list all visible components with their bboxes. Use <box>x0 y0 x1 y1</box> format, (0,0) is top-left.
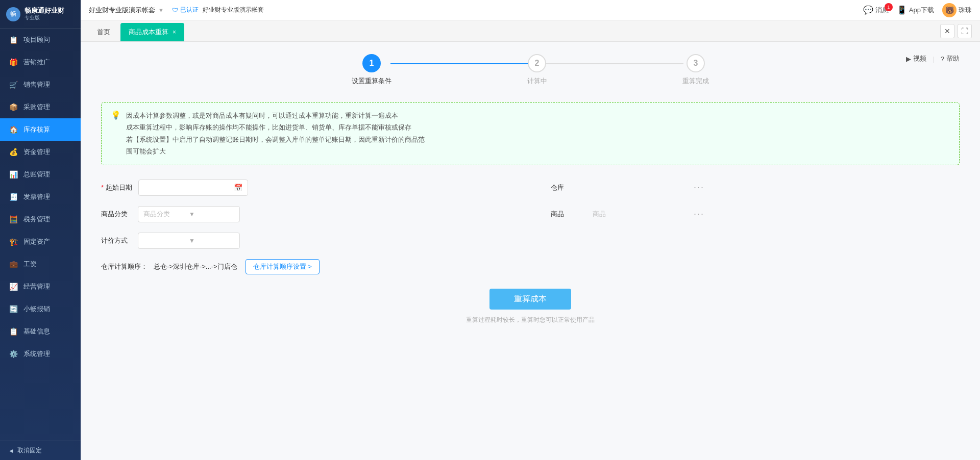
content-scroll: 1 设置重算条件 2 计算中 <box>81 42 980 460</box>
user-name: 珠珠 <box>959 6 972 15</box>
sidebar-item-marketing[interactable]: 🎁 营销推广 <box>0 51 81 73</box>
sidebar-item-basic[interactable]: 📋 基础信息 <box>0 320 81 343</box>
goods-placeholder: 商品 <box>593 210 606 219</box>
step-3: 3 重算完成 <box>682 54 709 86</box>
category-select[interactable]: 商品分类 ▼ <box>138 206 240 222</box>
message-badge: 1 <box>885 3 893 11</box>
app-download-label: App下载 <box>909 6 934 15</box>
tab-home-label: 首页 <box>97 28 110 37</box>
recalc-note-text: 重算过程耗时较长，重算时您可以正常使用产品 <box>466 316 595 323</box>
form-row-2: 商品分类 商品分类 ▼ 商品 商品 ··· <box>101 206 960 222</box>
start-date-input[interactable]: 2022-07-01 <box>144 184 230 191</box>
video-help-links: ▶ 视频 | ? 帮助 <box>906 54 960 63</box>
video-icon: ▶ <box>906 55 911 63</box>
sidebar-item-label: 资金管理 <box>23 147 50 157</box>
sidebar-item-label: 销售管理 <box>23 80 50 89</box>
tab-close-window-button[interactable]: ✕ <box>940 24 954 38</box>
sidebar-unpin-button[interactable]: ◄ 取消固定 <box>0 441 81 460</box>
asset-icon: 🏗️ <box>8 237 18 247</box>
user-avatar-button[interactable]: 🐻 珠珠 <box>942 3 972 17</box>
sidebar-footer-label: 取消固定 <box>17 446 42 455</box>
warehouse-label: 仓库 <box>551 183 581 192</box>
sidebar-nav: 📋 项目顾问 🎁 营销推广 🛒 销售管理 📦 采购管理 🏠 库存核算 💰 资金管… <box>0 29 81 441</box>
account-dropdown-icon: ▼ <box>158 7 164 13</box>
sidebar-item-label: 发票管理 <box>23 192 50 201</box>
calendar-icon[interactable]: 📅 <box>234 184 242 192</box>
sidebar-item-inventory[interactable]: 🏠 库存核算 <box>0 118 81 141</box>
sidebar-item-label: 工资 <box>23 260 37 269</box>
warehouse-more-icon[interactable]: ··· <box>694 182 704 193</box>
system-icon: ⚙️ <box>8 349 18 359</box>
sidebar-item-invoice[interactable]: 🧾 发票管理 <box>0 186 81 208</box>
notice-line-4: 围可能会扩大 <box>126 145 425 157</box>
goods-more-icon[interactable]: ··· <box>694 209 704 219</box>
form-row-3: 计价方式 ▼ <box>101 233 960 249</box>
salary-icon: 💼 <box>8 259 18 269</box>
form: 起始日期 2022-07-01 📅 仓库 ··· <box>101 180 960 274</box>
stepper: 1 设置重算条件 2 计算中 <box>352 54 709 86</box>
pricing-chevron-icon: ▼ <box>189 237 234 244</box>
sidebar-item-system[interactable]: ⚙️ 系统管理 <box>0 343 81 365</box>
sidebar-item-sales[interactable]: 🛒 销售管理 <box>0 73 81 96</box>
pricing-field: 计价方式 ▼ <box>101 233 960 249</box>
warehouse-input <box>587 180 690 196</box>
start-date-input-wrap[interactable]: 2022-07-01 📅 <box>138 180 248 196</box>
message-button[interactable]: 💬 消息 1 <box>863 5 889 15</box>
tab-expand-button[interactable]: ⛶ <box>958 24 972 38</box>
warehouse-order-label: 仓库计算顺序： <box>101 262 148 271</box>
app-download-button[interactable]: 📱 App下载 <box>897 5 934 15</box>
sidebar-item-purchase[interactable]: 📦 采购管理 <box>0 96 81 118</box>
warehouse-order-settings-button[interactable]: 仓库计算顺序设置 > <box>246 259 320 274</box>
start-date-label: 起始日期 <box>101 183 132 192</box>
step-3-circle: 3 <box>687 54 705 72</box>
video-link[interactable]: ▶ 视频 <box>906 54 926 63</box>
sidebar-item-salary[interactable]: 💼 工资 <box>0 253 81 275</box>
avatar: 🐻 <box>942 3 957 17</box>
verified-icon: 🛡 <box>172 7 178 14</box>
inventory-icon: 🏠 <box>8 124 18 135</box>
sidebar-item-finance[interactable]: 💰 资金管理 <box>0 141 81 163</box>
unpin-icon: ◄ <box>8 447 14 454</box>
finance-icon: 💰 <box>8 147 18 157</box>
logo-text: 畅康通好业财 专业版 <box>24 7 64 22</box>
sidebar-item-project[interactable]: 📋 项目顾问 <box>0 29 81 51</box>
sidebar-item-expense[interactable]: 🔄 小畅报销 <box>0 298 81 320</box>
tab-active-label: 商品成本重算 <box>129 28 168 37</box>
notice-line-1: 因成本计算参数调整，或是对商品成本有疑问时，可以通过成本重算功能，重新计算一遍成… <box>126 110 425 121</box>
sidebar-item-label: 项目顾问 <box>23 35 50 44</box>
pricing-select[interactable]: ▼ <box>138 233 240 249</box>
main-area: 好业财专业版演示帐套 ▼ 🛡 已认证 好业财专业版演示帐套 💬 消息 1 📱 A… <box>81 0 980 460</box>
logo-subtitle: 专业版 <box>24 14 64 21</box>
step-1-circle: 1 <box>362 54 381 72</box>
recalc-button[interactable]: 重算成本 <box>489 289 571 310</box>
sidebar-item-label: 总账管理 <box>23 170 50 179</box>
warehouse-field: 仓库 ··· <box>551 180 960 196</box>
phone-icon: 📱 <box>897 5 907 15</box>
help-link[interactable]: ? 帮助 <box>941 54 960 63</box>
sidebar-item-label: 采购管理 <box>23 103 50 112</box>
step-2-circle: 2 <box>528 54 546 72</box>
sidebar-item-accounting[interactable]: 📊 总账管理 <box>0 163 81 186</box>
category-field: 商品分类 商品分类 ▼ <box>101 206 510 222</box>
notice-box: 💡 因成本计算参数调整，或是对商品成本有疑问时，可以通过成本重算功能，重新计算一… <box>101 102 960 165</box>
pricing-label: 计价方式 <box>101 236 132 245</box>
verified-badge: 🛡 已认证 好业财专业版演示帐套 <box>172 6 264 14</box>
topbar-right: 💬 消息 1 📱 App下载 🐻 珠珠 <box>863 3 972 17</box>
sidebar-item-asset[interactable]: 🏗️ 固定资产 <box>0 231 81 253</box>
notice-icon: 💡 <box>111 110 121 120</box>
sidebar-item-business[interactable]: 📈 经营管理 <box>0 275 81 298</box>
tab-home[interactable]: 首页 <box>89 23 118 41</box>
recalc-button-label: 重算成本 <box>514 294 547 303</box>
sidebar-item-label: 固定资产 <box>23 237 50 246</box>
sidebar-item-tax[interactable]: 🧮 税务管理 <box>0 208 81 231</box>
account-selector[interactable]: 好业财专业版演示帐套 ▼ <box>89 6 164 15</box>
tab-close-icon[interactable]: × <box>173 29 176 36</box>
notice-text: 因成本计算参数调整，或是对商品成本有疑问时，可以通过成本重算功能，重新计算一遍成… <box>126 110 425 158</box>
invoice-icon: 🧾 <box>8 192 18 202</box>
step-line-2 <box>546 63 684 64</box>
tab-cost-recalc[interactable]: 商品成本重算 × <box>120 23 184 41</box>
help-icon: ? <box>941 55 944 63</box>
tabbar: 首页 商品成本重算 × ✕ ⛶ <box>81 20 980 42</box>
sidebar-item-label: 税务管理 <box>23 215 50 224</box>
verified-text: 已认证 <box>180 6 199 14</box>
